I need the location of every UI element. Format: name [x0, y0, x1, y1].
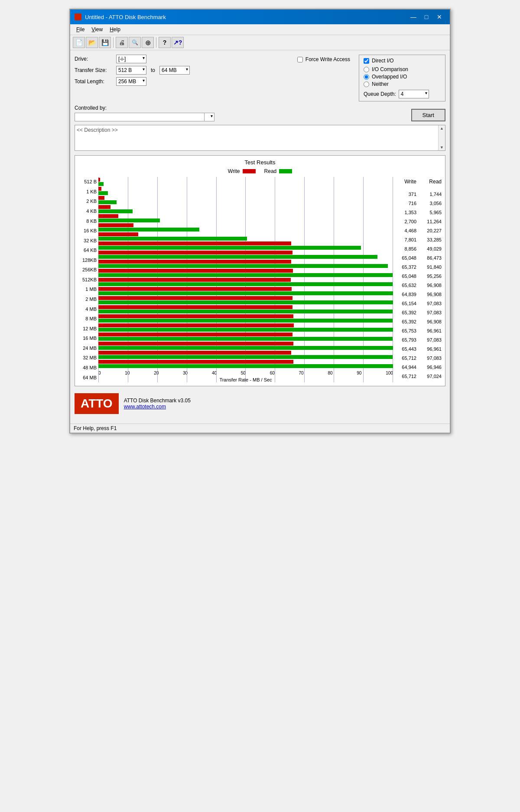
chart-x-axis: 0102030405060708090100 [98, 370, 393, 376]
write-bar [98, 296, 292, 300]
read-bar [98, 255, 377, 259]
total-length-select[interactable]: 256 MB 512 MB 1 GB [116, 77, 146, 86]
status-text: For Help, press F1 [74, 425, 117, 431]
bar-row [98, 333, 393, 342]
x-axis-tick: 0 [98, 371, 101, 375]
bar-row [98, 351, 393, 360]
read-value: 96,908 [421, 283, 442, 288]
row-label: 48 MB [78, 363, 97, 372]
legend-write: Write [228, 168, 256, 174]
read-bar [98, 319, 393, 323]
write-value: 65,154 [396, 301, 416, 306]
read-bar [98, 282, 393, 286]
save-button[interactable]: 💾 [99, 37, 111, 48]
value-row: 65,39297,083 [396, 308, 442, 317]
value-row: 64,83996,908 [396, 290, 442, 299]
write-header: Write [396, 179, 416, 185]
row-label: 1 KB [78, 187, 97, 196]
write-bar [98, 305, 292, 309]
io-comparison-row: I/O Comparison [364, 66, 441, 72]
transfer-from-select[interactable]: 512 B 1 KB 2 KB [116, 66, 146, 75]
io-comparison-label: I/O Comparison [372, 66, 408, 72]
queue-depth-select[interactable]: 4 1 2 8 [399, 90, 429, 98]
new-button[interactable]: 📄 [73, 37, 85, 48]
read-bar [98, 328, 393, 332]
bar-row [98, 342, 393, 351]
read-value: 97,024 [421, 374, 442, 379]
website-link[interactable]: www.attotech.com [124, 404, 191, 410]
menu-file[interactable]: File [74, 26, 87, 33]
maximize-button[interactable]: □ [420, 12, 432, 22]
transfer-to-select[interactable]: 64 MB 32 MB 128 MB [159, 66, 190, 75]
x-axis-tick: 80 [328, 371, 332, 375]
value-headers: Write Read [396, 179, 442, 186]
zoom-button[interactable]: 🔍 [129, 37, 141, 48]
menu-help[interactable]: Help [107, 26, 123, 33]
description-box[interactable]: << Description >> ▲ ▼ [75, 125, 445, 151]
write-bar [98, 323, 294, 327]
write-bar [98, 287, 292, 291]
drive-select[interactable]: [-i-] C: D: [116, 55, 146, 63]
description-scrollbar[interactable]: ▲ ▼ [438, 125, 445, 150]
overlapped-io-radio[interactable] [364, 74, 369, 80]
write-bar [98, 360, 293, 364]
force-write-checkbox[interactable] [297, 57, 303, 62]
controlled-by-input-row [75, 113, 411, 121]
read-value: 96,946 [421, 365, 442, 370]
bar-row [98, 314, 393, 323]
controlled-by-dropdown [204, 113, 214, 121]
row-label: 32 MB [78, 353, 97, 362]
neither-radio[interactable] [364, 82, 369, 87]
write-bar [98, 196, 104, 200]
close-button[interactable]: ✕ [433, 12, 445, 22]
read-value: 96,961 [421, 346, 442, 352]
read-value: 95,256 [421, 274, 442, 279]
transfer-size-row: Transfer Size: 512 B 1 KB 2 KB to 64 MB … [75, 66, 289, 75]
direct-io-checkbox[interactable] [364, 58, 369, 64]
right-controls: Direct I/O I/O Comparison Overlapped I/O… [359, 55, 445, 101]
write-bar [98, 278, 291, 282]
io-comparison-radio[interactable] [364, 67, 369, 72]
x-axis-tick: 60 [270, 371, 275, 375]
read-value: 1,744 [421, 192, 442, 197]
atto-info: ATTO Disk Benchmark v3.05 www.attotech.c… [124, 398, 191, 410]
row-label: 256KB [78, 265, 97, 274]
controlled-by-input[interactable] [75, 113, 205, 121]
help-button[interactable]: ? [159, 37, 171, 48]
test-results-container: Test Results Write Read 512 B1 KB2 KB4 K… [75, 155, 445, 386]
read-value: 49,029 [421, 246, 442, 251]
x-axis-tick: 100 [386, 371, 393, 375]
chart-values-right: Write Read 3711,7447163,0561,3535,9652,7… [393, 177, 442, 382]
menu-view[interactable]: View [89, 26, 105, 33]
move-button[interactable]: ⊕ [142, 37, 154, 48]
write-value: 65,793 [396, 337, 416, 342]
direct-io-label: Direct I/O [372, 58, 394, 64]
write-bar [98, 351, 291, 355]
write-value: 65,632 [396, 283, 416, 288]
bar-row [98, 360, 393, 369]
read-value: 20,227 [421, 228, 442, 233]
read-bar [98, 246, 361, 250]
x-axis-tick: 10 [125, 371, 130, 375]
bar-row [98, 196, 393, 205]
bar-row [98, 187, 393, 196]
minimize-button[interactable]: — [407, 12, 419, 22]
toolbar: 📄 📂 💾 🖨 🔍 ⊕ ? ↗? [70, 35, 450, 50]
controlled-by-select[interactable] [204, 113, 214, 121]
value-row: 1,3535,965 [396, 208, 442, 217]
start-button[interactable]: Start [411, 109, 445, 121]
print-button[interactable]: 🖨 [116, 37, 128, 48]
open-button[interactable]: 📂 [86, 37, 98, 48]
write-bar [98, 205, 110, 209]
write-value: 65,712 [396, 374, 416, 379]
read-bar [98, 364, 393, 368]
write-value: 7,801 [396, 237, 416, 242]
title-bar: Untitled - ATTO Disk Benchmark — □ ✕ [70, 10, 450, 24]
neither-row: Neither [364, 81, 441, 87]
write-value: 65,372 [396, 264, 416, 270]
scroll-down-arrow[interactable]: ▼ [440, 145, 444, 150]
context-help-button[interactable]: ↗? [172, 37, 184, 48]
bar-row [98, 296, 393, 305]
read-bar [98, 182, 104, 186]
scroll-up-arrow[interactable]: ▲ [440, 126, 444, 130]
